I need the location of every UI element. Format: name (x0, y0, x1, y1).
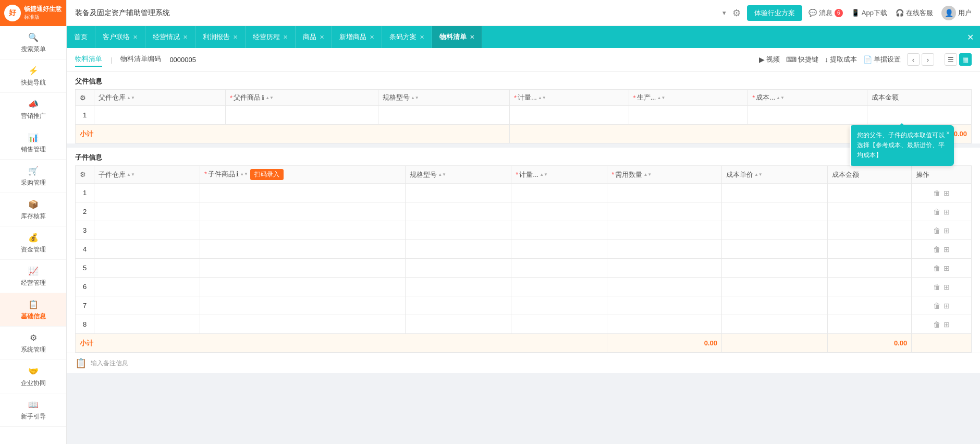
user-item[interactable]: 👤 用户 (941, 6, 972, 20)
nav-tab-1[interactable]: 客户联络✕ (95, 26, 145, 48)
child-unit-cost-6[interactable] (721, 296, 827, 315)
online-service-item[interactable]: 🎧 在线客服 (896, 8, 933, 18)
settings-icon[interactable]: ⚙ (732, 7, 741, 19)
sidebar-item-0[interactable]: 🔍搜索菜单 (0, 26, 66, 59)
nav-tab-4[interactable]: 经营历程✕ (246, 26, 296, 48)
nav-close-button[interactable]: ✕ (961, 26, 980, 48)
child-warehouse-1[interactable] (94, 202, 200, 221)
sidebar-item-11[interactable]: 📖新手引导 (0, 393, 66, 427)
child-spec-4[interactable] (406, 259, 511, 278)
dropdown-arrow[interactable]: ▾ (722, 9, 726, 17)
nav-tab-0[interactable]: 首页 (67, 26, 95, 48)
nav-tab-close-8[interactable]: ✕ (470, 34, 474, 41)
copy-icon-6[interactable]: ⊞ (944, 302, 950, 310)
next-btn[interactable]: › (922, 53, 934, 66)
prev-btn[interactable]: ‹ (907, 53, 920, 66)
child-unit-1[interactable] (511, 202, 607, 221)
child-unit-0[interactable] (511, 184, 607, 202)
child-warehouse-4[interactable] (94, 259, 200, 278)
parent-col-gear[interactable]: ⚙ (76, 90, 94, 106)
copy-icon-3[interactable]: ⊞ (944, 245, 950, 254)
delete-icon-7[interactable]: 🗑 (933, 320, 940, 329)
app-download-item[interactable]: 📱 App下载 (851, 8, 887, 18)
child-unit-cost-2[interactable] (721, 221, 827, 240)
copy-icon-7[interactable]: ⊞ (944, 320, 950, 329)
child-spec-6[interactable] (406, 296, 511, 315)
nav-tab-8[interactable]: 物料清单✕ (432, 26, 482, 48)
child-product-5[interactable] (200, 278, 406, 296)
parent-cost-cell[interactable] (748, 106, 867, 125)
child-col-gear[interactable]: ⚙ (76, 166, 94, 184)
delete-icon-3[interactable]: 🗑 (933, 245, 940, 254)
child-product-0[interactable] (200, 184, 406, 202)
sub-tab-list[interactable]: 物料清单 (75, 52, 102, 67)
child-unit-6[interactable] (511, 296, 607, 315)
shortcut-action[interactable]: ⌨ 快捷键 (786, 55, 818, 64)
child-unit-5[interactable] (511, 278, 607, 296)
child-unit-3[interactable] (511, 240, 607, 259)
child-warehouse-0[interactable] (94, 184, 200, 202)
child-unit-2[interactable] (511, 221, 607, 240)
child-unit-cost-0[interactable] (721, 184, 827, 202)
parent-unit-cell[interactable] (510, 106, 629, 125)
child-product-3[interactable] (200, 240, 406, 259)
child-product-6[interactable] (200, 296, 406, 315)
child-spec-2[interactable] (406, 221, 511, 240)
child-warehouse-5[interactable] (94, 278, 200, 296)
single-settings-action[interactable]: 📄 单据设置 (863, 55, 901, 64)
copy-icon-4[interactable]: ⊞ (944, 264, 950, 272)
extract-cost-action[interactable]: ↓ 提取成本 (825, 55, 857, 64)
parent-spec-cell[interactable] (378, 106, 509, 125)
grid-view-btn[interactable]: ▦ (959, 53, 972, 66)
copy-icon-2[interactable]: ⊞ (944, 226, 950, 235)
child-qty-3[interactable] (607, 240, 722, 259)
child-qty-4[interactable] (607, 259, 722, 278)
message-item[interactable]: 💬 消息 6 (808, 8, 843, 18)
child-warehouse-2[interactable] (94, 221, 200, 240)
child-spec-0[interactable] (406, 184, 511, 202)
child-unit-4[interactable] (511, 259, 607, 278)
sidebar-item-3[interactable]: 📊销售管理 (0, 126, 66, 160)
nav-tab-close-4[interactable]: ✕ (283, 34, 288, 41)
child-unit-cost-5[interactable] (721, 278, 827, 296)
nav-tab-close-3[interactable]: ✕ (233, 34, 238, 41)
sidebar-item-10[interactable]: 🤝企业协同 (0, 360, 66, 393)
child-spec-3[interactable] (406, 240, 511, 259)
sidebar-item-9[interactable]: ⚙系统管理 (0, 327, 66, 360)
child-qty-6[interactable] (607, 296, 722, 315)
child-qty-1[interactable] (607, 202, 722, 221)
nav-tab-close-6[interactable]: ✕ (370, 34, 374, 41)
view-action[interactable]: ▶ 视频 (759, 55, 780, 64)
delete-icon-4[interactable]: 🗑 (933, 264, 940, 272)
child-product-4[interactable] (200, 259, 406, 278)
nav-tab-close-7[interactable]: ✕ (420, 34, 424, 41)
sidebar-item-4[interactable]: 🛒采购管理 (0, 160, 66, 193)
parent-production-cell[interactable] (629, 106, 748, 125)
child-product-1[interactable] (200, 202, 406, 221)
child-warehouse-6[interactable] (94, 296, 200, 315)
sidebar-item-2[interactable]: 📣营销推广 (0, 93, 66, 126)
nav-tab-6[interactable]: 新增商品✕ (332, 26, 382, 48)
copy-icon-0[interactable]: ⊞ (944, 189, 950, 197)
nav-tab-close-1[interactable]: ✕ (133, 34, 138, 41)
trial-button[interactable]: 体验行业方案 (747, 5, 802, 21)
delete-icon-1[interactable]: 🗑 (933, 208, 940, 216)
child-qty-7[interactable] (607, 315, 722, 334)
scan-input-button[interactable]: 扫码录入 (250, 169, 284, 180)
nav-tab-close-2[interactable]: ✕ (183, 34, 188, 41)
child-qty-2[interactable] (607, 221, 722, 240)
child-product-2[interactable] (200, 221, 406, 240)
child-spec-5[interactable] (406, 278, 511, 296)
child-warehouse-7[interactable] (94, 315, 200, 334)
parent-product-cell[interactable] (226, 106, 378, 125)
nav-tab-2[interactable]: 经营情况✕ (145, 26, 195, 48)
sub-tab-code-label[interactable]: 物料清单编码 (120, 52, 161, 67)
nav-tab-close-5[interactable]: ✕ (320, 34, 324, 41)
child-warehouse-3[interactable] (94, 240, 200, 259)
sidebar-item-8[interactable]: 📋基础信息 (0, 293, 66, 327)
delete-icon-2[interactable]: 🗑 (933, 226, 940, 235)
sidebar-item-6[interactable]: 💰资金管理 (0, 226, 66, 260)
child-unit-7[interactable] (511, 315, 607, 334)
child-unit-cost-3[interactable] (721, 240, 827, 259)
nav-tab-3[interactable]: 利润报告✕ (195, 26, 246, 48)
